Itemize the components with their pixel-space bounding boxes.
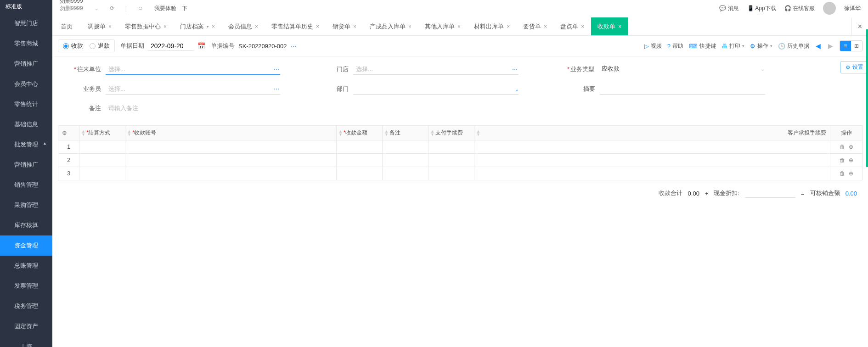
partner-lookup-icon[interactable]: ⋯ — [274, 66, 280, 73]
close-icon[interactable]: × — [212, 23, 215, 30]
tab-sales[interactable]: 销货单× — [326, 17, 363, 35]
cell-account[interactable] — [125, 154, 337, 167]
try-text[interactable]: 我要体验一下 — [154, 5, 187, 12]
tab-settlehist[interactable]: 零售结算单历史× — [265, 17, 326, 35]
close-icon[interactable]: × — [544, 23, 547, 30]
col-remark[interactable]: ▲▼ 备注 — [383, 126, 428, 140]
summary-input[interactable] — [600, 84, 765, 95]
sidebar-item-purchase[interactable]: 采购管理 — [0, 195, 52, 215]
cell-remark[interactable] — [383, 167, 428, 180]
video-link[interactable]: ▷视频 — [644, 42, 662, 50]
cell-custfee[interactable] — [474, 140, 830, 154]
staff-lookup-icon[interactable]: ⋯ — [274, 86, 280, 92]
history-link[interactable]: 🕒历史单据 — [778, 42, 809, 50]
sort-icon[interactable]: ▲▼ — [338, 130, 343, 136]
sidebar-item-funds[interactable]: 资金管理 — [0, 235, 52, 256]
radio-receive[interactable]: 收款 — [63, 42, 83, 50]
cell-payfee[interactable] — [428, 154, 474, 167]
tab-matout[interactable]: 材料出库单× — [468, 17, 517, 35]
print-link[interactable]: 🖶打印▾ — [721, 42, 744, 50]
delete-row-icon[interactable]: 🗑 — [840, 157, 845, 163]
cell-amount[interactable] — [337, 140, 383, 154]
close-icon[interactable]: × — [255, 23, 258, 30]
refresh-icon[interactable]: ⟳ — [110, 5, 114, 11]
sidebar-item-marketing2[interactable]: 营销推广 — [0, 155, 52, 175]
cell-settle[interactable] — [79, 140, 125, 154]
service-link[interactable]: 🎧 在线客服 — [784, 5, 815, 12]
sidebar-item-retailstats[interactable]: 零售统计 — [0, 94, 52, 114]
tab-receipt[interactable]: 收款单× — [591, 17, 628, 35]
col-account[interactable]: ▲▼ *收款账号 — [125, 126, 337, 140]
close-icon[interactable]: × — [507, 23, 510, 30]
chevron-down-icon[interactable]: ⌄ — [761, 66, 765, 72]
tab-productin[interactable]: 产成品入库单× — [363, 17, 418, 35]
settings-button[interactable]: ⚙设置 — [840, 61, 868, 73]
more-icon[interactable]: ⋯ — [291, 43, 297, 50]
add-row-icon[interactable]: ⊕ — [849, 170, 853, 177]
sidebar-item-retailmall[interactable]: 零售商城 — [0, 34, 52, 54]
msg-link[interactable]: 💬 消息 — [719, 5, 738, 12]
close-icon[interactable]: × — [581, 23, 584, 30]
cell-remark[interactable] — [383, 140, 428, 154]
table-row[interactable]: 2 🗑⊕ — [58, 154, 862, 167]
sidebar-item-ledger[interactable]: 总账管理 — [0, 256, 52, 276]
sidebar-item-tax[interactable]: 税务管理 — [0, 296, 52, 316]
col-settle[interactable]: ▲▼ *结算方式 — [79, 126, 125, 140]
next-doc-button[interactable]: ▶ — [827, 42, 834, 50]
doc-date-input[interactable] — [148, 41, 194, 51]
sidebar-item-baseinfo[interactable]: 基础信息 — [0, 114, 52, 134]
table-row[interactable]: 1 🗑⊕ — [58, 140, 862, 154]
sort-icon[interactable]: ▲▼ — [127, 130, 131, 136]
chevron-down-icon[interactable]: ⌄ — [515, 86, 519, 92]
tabs-close-all[interactable]: × — [851, 17, 868, 35]
sidebar-item-invoice[interactable]: 发票管理 — [0, 276, 52, 296]
calendar-icon[interactable]: 📅 — [197, 42, 205, 50]
tab-request[interactable]: 要货单× — [517, 17, 554, 35]
sort-icon[interactable]: ▲▼ — [81, 130, 85, 136]
delete-row-icon[interactable]: 🗑 — [840, 144, 845, 150]
shortcut-link[interactable]: ⌨快捷键 — [689, 42, 716, 50]
tab-home[interactable]: 首页 — [52, 17, 81, 35]
sort-icon[interactable]: ▲▼ — [476, 130, 480, 136]
avatar[interactable] — [823, 2, 836, 15]
tab-memberinfo[interactable]: 会员信息× — [222, 17, 265, 35]
store-input[interactable] — [353, 64, 519, 75]
col-gear[interactable]: ⚙ — [58, 126, 79, 140]
sort-icon[interactable]: ▲▼ — [384, 130, 389, 136]
col-amount[interactable]: ▲▼ *收款金额 — [337, 126, 383, 140]
cell-payfee[interactable] — [428, 140, 474, 154]
cell-payfee[interactable] — [428, 167, 474, 180]
biztype-select[interactable]: 应收款 — [599, 63, 764, 75]
col-payfee[interactable]: ▲▼ 支付手续费 — [428, 126, 474, 140]
tab-retaildata[interactable]: 零售数据中心× — [118, 17, 174, 35]
sidebar-item-wholesale[interactable]: 批发管理 — [0, 134, 52, 155]
cell-account[interactable] — [125, 167, 337, 180]
sidebar-item-inventory[interactable]: 库存核算 — [0, 215, 52, 235]
tab-otherin[interactable]: 其他入库单× — [418, 17, 468, 35]
cell-custfee[interactable] — [474, 154, 830, 167]
add-row-icon[interactable]: ⊕ — [849, 157, 853, 163]
sidebar-item-smartstore[interactable]: 智慧门店 — [0, 13, 52, 34]
discount-input[interactable] — [745, 189, 795, 198]
sidebar-item-member[interactable]: 会员中心 — [0, 74, 52, 94]
cell-amount[interactable] — [337, 154, 383, 167]
close-icon[interactable]: × — [353, 23, 356, 30]
sort-icon[interactable]: ▲▼ — [430, 130, 434, 136]
cell-custfee[interactable] — [474, 167, 830, 180]
staff-input[interactable] — [106, 84, 280, 95]
close-icon[interactable]: × — [108, 23, 112, 30]
app-link[interactable]: 📱 App下载 — [747, 5, 776, 12]
col-custfee[interactable]: ▲▼客户承担手续费 — [474, 126, 830, 140]
close-icon[interactable]: × — [408, 23, 411, 30]
close-icon[interactable]: × — [163, 23, 167, 30]
store-lookup-icon[interactable]: ⋯ — [512, 66, 518, 73]
view-list-button[interactable]: ≡ — [840, 41, 851, 51]
sidebar-item-assets[interactable]: 固定资产 — [0, 316, 52, 336]
view-grid-button[interactable]: ⊞ — [851, 41, 862, 51]
close-icon[interactable]: × — [457, 23, 461, 30]
cell-settle[interactable] — [79, 167, 125, 180]
radio-refund[interactable]: 退款 — [90, 42, 110, 50]
dept-select[interactable] — [353, 84, 519, 95]
sidebar-item-sales[interactable]: 销售管理 — [0, 175, 52, 195]
tab-transfer[interactable]: 调拨单× — [81, 17, 118, 35]
